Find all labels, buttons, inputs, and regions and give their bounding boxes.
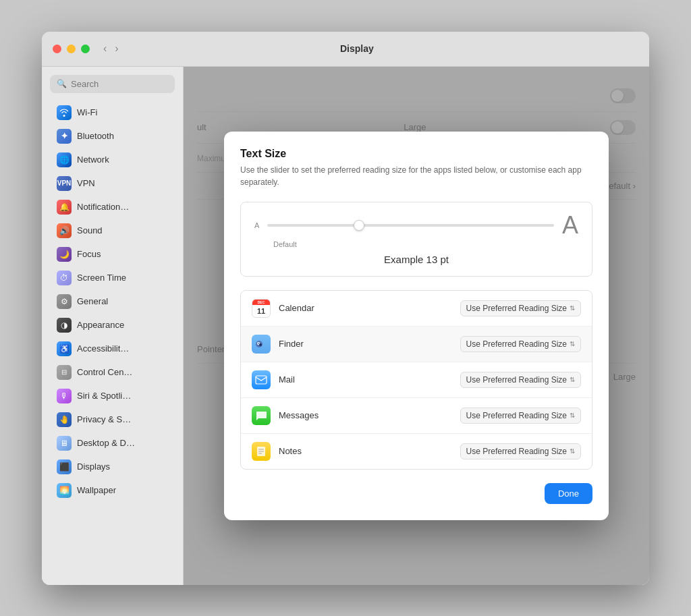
sidebar-item-privacy[interactable]: 🤚 Privacy & S… [46, 408, 179, 431]
cal-header: DEC [252, 300, 270, 305]
sidebar-item-notifications[interactable]: 🔔 Notification… [46, 196, 179, 219]
red-arrow-annotation [240, 334, 248, 354]
appearance-icon: ◑ [57, 318, 72, 333]
app-select-mail[interactable]: Use Preferred Reading Size ⇅ [460, 372, 581, 388]
modal-title: Text Size [240, 148, 592, 160]
sidebar-item-desktop[interactable]: 🖥 Desktop & D… [46, 432, 179, 455]
app-name-mail: Mail [279, 374, 460, 385]
sidebar-item-label-desktop: Desktop & D… [77, 438, 135, 448]
finder-icon [252, 335, 271, 354]
app-row-finder: Finder Use Preferred Reading Size ⇅ [241, 327, 592, 362]
chevron-updown-icon-notes: ⇅ [570, 447, 575, 455]
sidebar-item-label-appearance: Appearance [77, 320, 124, 330]
search-input[interactable] [71, 79, 168, 89]
control-icon: ⊟ [57, 365, 72, 380]
done-button[interactable]: Done [545, 483, 592, 504]
app-select-notes[interactable]: Use Preferred Reading Size ⇅ [460, 443, 581, 459]
slider-small-a: A [254, 221, 259, 229]
app-select-messages[interactable]: Use Preferred Reading Size ⇅ [460, 408, 581, 424]
calendar-icon-wrap: DEC 11 [252, 299, 271, 318]
minimize-button[interactable] [67, 45, 76, 53]
messages-icon-wrap [252, 406, 271, 425]
notes-icon [252, 442, 271, 461]
bluetooth-icon: ✦ [57, 129, 72, 144]
chevron-updown-icon-mail: ⇅ [570, 376, 575, 383]
mail-icon-wrap [252, 370, 271, 389]
chevron-updown-icon-calendar: ⇅ [570, 304, 575, 312]
sidebar-item-label-network: Network [77, 155, 109, 165]
notifications-icon: 🔔 [57, 200, 72, 215]
slider-large-a: A [562, 213, 578, 237]
svg-point-4 [259, 343, 262, 346]
app-select-calendar[interactable]: Use Preferred Reading Size ⇅ [460, 300, 581, 316]
sidebar-item-accessibility[interactable]: ♿ Accessibilit… [46, 337, 179, 360]
sidebar-item-siri[interactable]: 🎙 Siri & Spotli… [46, 385, 179, 408]
window-title: Display [76, 43, 638, 54]
close-button[interactable] [53, 45, 61, 53]
text-size-modal: Text Size Use the slider to set the pref… [224, 132, 609, 520]
sidebar: 🔍 Wi-Fi ✦ Bluetooth [42, 67, 184, 585]
search-bar[interactable]: 🔍 [50, 75, 175, 93]
sidebar-item-sound[interactable]: 🔊 Sound [46, 219, 179, 242]
sidebar-item-label-wallpaper: Wallpaper [77, 485, 116, 495]
sidebar-item-control[interactable]: ⊟ Control Cen… [46, 361, 179, 384]
sidebar-item-wifi[interactable]: Wi-Fi [46, 101, 179, 124]
sidebar-item-screentime[interactable]: ⏱ Screen Time [46, 267, 179, 289]
modal-description: Use the slider to set the preferred read… [240, 164, 592, 188]
app-select-finder[interactable]: Use Preferred Reading Size ⇅ [460, 336, 581, 352]
slider-default-label: Default [273, 240, 578, 248]
sidebar-item-focus[interactable]: 🌙 Focus [46, 243, 179, 266]
slider-thumb[interactable] [354, 220, 364, 231]
wifi-icon [57, 105, 72, 120]
sidebar-item-wallpaper[interactable]: 🌅 Wallpaper [46, 479, 179, 502]
sidebar-item-general[interactable]: ⚙ General [46, 290, 179, 313]
app-select-value-calendar: Use Preferred Reading Size [466, 304, 567, 313]
app-name-finder: Finder [279, 339, 460, 349]
sidebar-item-label-sound: Sound [77, 225, 103, 235]
sidebar-item-label-bluetooth: Bluetooth [77, 131, 114, 141]
sidebar-item-displays[interactable]: ⬛ Displays [46, 455, 179, 478]
app-name-messages: Messages [279, 410, 460, 420]
app-list: DEC 11 Calendar Use Preferred Reading Si… [240, 290, 592, 470]
svg-rect-6 [256, 376, 267, 384]
calendar-icon: DEC 11 [252, 299, 271, 318]
app-row-calendar: DEC 11 Calendar Use Preferred Reading Si… [241, 291, 592, 327]
sidebar-item-label-accessibility: Accessibilit… [77, 343, 129, 354]
sidebar-item-label-privacy: Privacy & S… [77, 414, 131, 424]
sidebar-item-label-siri: Siri & Spotli… [77, 391, 131, 401]
sidebar-item-bluetooth[interactable]: ✦ Bluetooth [46, 125, 179, 148]
sidebar-item-appearance[interactable]: ◑ Appearance [46, 314, 179, 337]
app-row-mail: Mail Use Preferred Reading Size ⇅ [241, 362, 592, 398]
chevron-updown-icon-finder: ⇅ [570, 340, 575, 347]
app-row-messages: Messages Use Preferred Reading Size ⇅ [241, 398, 592, 434]
sound-icon: 🔊 [57, 223, 72, 238]
app-name-calendar: Calendar [279, 303, 460, 313]
mail-icon [252, 370, 271, 389]
focus-icon: 🌙 [57, 247, 72, 262]
sidebar-item-label-focus: Focus [77, 249, 101, 259]
example-text: Example 13 pt [254, 254, 578, 265]
sidebar-item-label-vpn: VPN [77, 178, 95, 188]
sidebar-item-label-screentime: Screen Time [77, 273, 126, 283]
main-window: ‹ › Display 🔍 Wi-Fi [42, 32, 649, 585]
finder-icon-wrap [252, 335, 271, 354]
screentime-icon: ⏱ [57, 271, 72, 285]
sidebar-item-label-control: Control Cen… [77, 367, 132, 377]
displays-icon: ⬛ [57, 459, 72, 474]
search-icon: 🔍 [57, 79, 67, 88]
chevron-updown-icon-messages: ⇅ [570, 412, 575, 419]
svg-point-5 [258, 343, 259, 344]
app-select-value-mail: Use Preferred Reading Size [466, 375, 567, 385]
sidebar-item-label-general: General [77, 296, 108, 306]
slider-track[interactable] [267, 224, 554, 227]
general-icon: ⚙ [57, 294, 72, 309]
content-area: 🔍 Wi-Fi ✦ Bluetooth [42, 67, 649, 585]
sidebar-item-label-wifi: Wi-Fi [77, 107, 97, 117]
wallpaper-icon: 🌅 [57, 483, 72, 498]
slider-container: A A [254, 213, 578, 237]
notes-icon-wrap [252, 442, 271, 461]
sidebar-item-vpn[interactable]: VPN VPN [46, 172, 179, 195]
slider-section: A A Default Example 13 pt [240, 202, 592, 277]
sidebar-item-label-notifications: Notification… [77, 202, 129, 212]
sidebar-item-network[interactable]: 🌐 Network [46, 148, 179, 171]
